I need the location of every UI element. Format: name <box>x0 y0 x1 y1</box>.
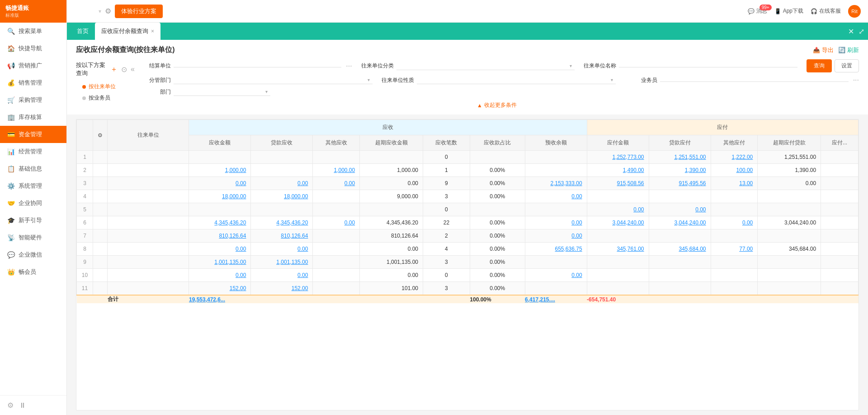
sidebar-item-marketing[interactable]: 📢 营销推广 <box>0 57 66 74</box>
cell-recv-loan[interactable]: 1,001,135.00 <box>251 256 313 269</box>
cell-recv-other[interactable]: 1,000.00 <box>313 164 360 177</box>
tab-home[interactable]: 首页 <box>71 23 95 40</box>
cell-pay-loan[interactable]: 3,044,240.00 <box>649 216 711 229</box>
cell-recv-amount[interactable]: 0.00 <box>189 177 251 190</box>
cell-pay-other[interactable] <box>711 203 758 216</box>
message-btn[interactable]: 💬 消息 99+ <box>748 7 767 15</box>
cell-recv-amount[interactable]: 1,000.00 <box>189 164 251 177</box>
cell-pay-amount[interactable] <box>587 282 649 296</box>
industry-btn[interactable]: 体验行业方案 <box>115 5 163 18</box>
filter-option-by-vendor[interactable]: 按往来单位 <box>80 82 135 91</box>
cell-recv-loan[interactable]: 18,000.00 <box>251 190 313 203</box>
cell-recv-other[interactable] <box>313 256 360 269</box>
cell-pay-other[interactable] <box>711 269 758 282</box>
cell-recv-other[interactable] <box>313 282 360 296</box>
cell-recv-prepay[interactable] <box>525 164 587 177</box>
cell-pay-amount[interactable]: 915,508.56 <box>587 177 649 190</box>
cell-pay-amount[interactable] <box>587 190 649 203</box>
tab-receivable[interactable]: 应收应付余额查询 × <box>95 23 160 40</box>
footer-recv-amount[interactable]: 19,553,472,6... <box>189 295 251 303</box>
table-settings-icon[interactable]: ⚙ <box>98 132 103 138</box>
nature-select[interactable]: ▾ <box>417 76 616 84</box>
cell-recv-prepay[interactable] <box>525 203 587 216</box>
sidebar-item-basicinfo[interactable]: 📋 基础信息 <box>0 160 66 177</box>
cell-recv-other[interactable] <box>313 190 360 203</box>
cell-recv-amount[interactable]: 4,345,436.20 <box>189 216 251 229</box>
filter-add-btn[interactable]: ＋ <box>110 65 118 74</box>
cell-recv-other[interactable]: 0.00 <box>313 216 360 229</box>
cell-pay-amount[interactable]: 345,761.00 <box>587 243 649 256</box>
cell-pay-amount[interactable]: 1,490.00 <box>587 164 649 177</box>
sidebar-item-member[interactable]: 👑 畅会员 <box>0 263 66 281</box>
salesperson-input[interactable] <box>660 79 849 82</box>
tab-maximize-icon[interactable]: ⤢ <box>859 27 864 36</box>
cell-pay-amount[interactable] <box>587 229 649 243</box>
cell-pay-amount[interactable] <box>587 269 649 282</box>
cell-pay-other[interactable]: 0.00 <box>711 216 758 229</box>
cell-pay-loan[interactable]: 345,684.00 <box>649 243 711 256</box>
collapse-btn[interactable]: ▲ 收起更多条件 <box>135 100 859 111</box>
cell-pay-loan[interactable] <box>649 229 711 243</box>
cell-pay-other[interactable] <box>711 282 758 296</box>
cell-recv-prepay[interactable] <box>525 256 587 269</box>
cell-recv-loan[interactable]: 152.00 <box>251 282 313 296</box>
cell-pay-loan[interactable]: 915,495.56 <box>649 177 711 190</box>
cell-recv-prepay[interactable]: 655,636.75 <box>525 243 587 256</box>
cell-recv-prepay[interactable]: 0.00 <box>525 216 587 229</box>
filter-back-btn[interactable]: « <box>131 65 135 73</box>
cell-recv-other[interactable] <box>313 229 360 243</box>
cell-pay-amount[interactable]: 0.00 <box>587 203 649 216</box>
settlement-dots-icon[interactable]: ··· <box>346 62 352 70</box>
cell-pay-loan[interactable]: 0.00 <box>649 203 711 216</box>
cell-pay-other[interactable] <box>711 229 758 243</box>
cell-pay-loan[interactable] <box>649 256 711 269</box>
cell-recv-loan[interactable]: 4,345,436.20 <box>251 216 313 229</box>
cell-pay-loan[interactable] <box>649 190 711 203</box>
sidebar-item-purchase[interactable]: 🛒 采购管理 <box>0 91 66 109</box>
cell-recv-prepay[interactable]: 0.00 <box>525 190 587 203</box>
cell-pay-loan[interactable]: 1,251,551.00 <box>649 151 711 164</box>
cell-recv-other[interactable]: 0.00 <box>313 177 360 190</box>
sidebar-item-hardware[interactable]: 📡 智能硬件 <box>0 229 66 246</box>
cell-recv-amount[interactable]: 0.00 <box>189 269 251 282</box>
dept-select[interactable]: ▾ <box>174 76 373 84</box>
filter-settings-btn[interactable]: ⊙ <box>121 65 127 74</box>
cell-recv-amount[interactable]: 152.00 <box>189 282 251 296</box>
cell-recv-other[interactable] <box>313 243 360 256</box>
cell-recv-prepay[interactable]: 0.00 <box>525 269 587 282</box>
refresh-btn[interactable]: 🔄 刷新 <box>838 46 859 54</box>
cell-pay-other[interactable] <box>711 256 758 269</box>
cell-recv-loan[interactable]: 0.00 <box>251 243 313 256</box>
cell-recv-other[interactable] <box>313 269 360 282</box>
settlement-input[interactable] <box>174 64 341 67</box>
cell-recv-amount[interactable] <box>189 151 251 164</box>
cell-recv-prepay[interactable] <box>525 282 587 296</box>
cell-pay-loan[interactable] <box>649 282 711 296</box>
cell-recv-loan[interactable] <box>251 151 313 164</box>
tab-close-icon[interactable]: × <box>151 28 154 34</box>
cell-recv-other[interactable] <box>313 151 360 164</box>
app-download-btn[interactable]: 📱 App下载 <box>774 7 803 15</box>
sidebar-item-sales[interactable]: 💰 销售管理 <box>0 74 66 91</box>
collapse-icon[interactable]: ⏸ <box>19 401 26 410</box>
subdept-select[interactable]: ▾ <box>174 88 270 96</box>
th-settings[interactable]: ⚙ <box>93 120 108 151</box>
sidebar-item-search[interactable]: 🔍 搜索菜单 <box>0 23 66 40</box>
online-service-btn[interactable]: 🎧 在线客服 <box>811 7 841 15</box>
cell-pay-other[interactable]: 1,222.00 <box>711 151 758 164</box>
cell-recv-prepay[interactable]: 0.00 <box>525 229 587 243</box>
sidebar-item-operations[interactable]: 📊 经营管理 <box>0 143 66 160</box>
cell-pay-amount[interactable]: 3,044,240.00 <box>587 216 649 229</box>
footer-recv-prepay[interactable]: 6,417,215.... <box>525 295 587 303</box>
cell-recv-prepay[interactable] <box>525 151 587 164</box>
cell-recv-loan[interactable] <box>251 203 313 216</box>
table-wrapper[interactable]: ⚙ 往来单位 应收 应付 应收金额 贷款应收 其他应收 超期应收金额 <box>76 119 859 410</box>
tab-close-all-icon[interactable]: ✕ <box>848 27 854 36</box>
sidebar-item-inventory[interactable]: 🏢 库存核算 <box>0 109 66 126</box>
sidebar-item-guide[interactable]: 🎓 新手引导 <box>0 212 66 229</box>
settings-bottom-icon[interactable]: ⚙ <box>7 401 14 410</box>
cell-pay-amount[interactable]: 1,252,773.00 <box>587 151 649 164</box>
cell-pay-other[interactable]: 100.00 <box>711 164 758 177</box>
sidebar-item-system[interactable]: ⚙️ 系统管理 <box>0 177 66 195</box>
settings-btn[interactable]: 设置 <box>835 59 859 72</box>
